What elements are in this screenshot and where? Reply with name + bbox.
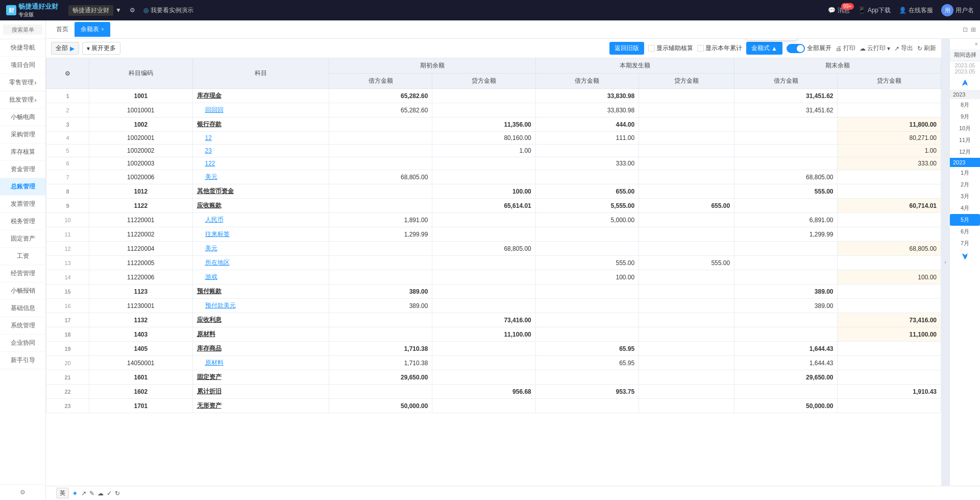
month-8[interactable]: 8月 <box>950 99 980 111</box>
row-subject[interactable]: 预付账款 <box>192 284 329 299</box>
lang-btn[interactable]: 英 <box>56 488 69 498</box>
row-cb_d <box>734 117 838 132</box>
sidebar-item-system[interactable]: 系统管理 <box>0 317 45 335</box>
sidebar-item-cooperation[interactable]: 企业协同 <box>0 335 45 352</box>
print-btn[interactable]: 🖨 打印 <box>836 44 855 53</box>
month-9[interactable]: 9月 <box>950 111 980 123</box>
online-service-btn[interactable]: 👤 在线客服 <box>899 6 933 15</box>
row-subject[interactable]: 应收利息 <box>192 313 329 327</box>
message-btn[interactable]: 💬 消息 99+ <box>828 6 850 15</box>
app-download-btn[interactable]: 📱 App下载 <box>858 6 891 15</box>
row-cb_d <box>734 385 838 399</box>
app-dropdown[interactable]: 畅捷通好业财 ▼ <box>68 5 121 16</box>
right-sidebar-close-btn[interactable]: × <box>950 39 980 49</box>
row-num: 23 <box>46 399 89 413</box>
all-filter-btn[interactable]: 全部 ▶ <box>51 42 79 55</box>
right-sidebar-collapse-btn[interactable]: ‹ <box>941 39 949 486</box>
sidebar-item-ecommerce[interactable]: 小畅电商 <box>0 109 45 126</box>
month-3[interactable]: 3月 <box>950 191 980 202</box>
jin-e-btn[interactable]: 金额式 ▲ <box>746 42 782 55</box>
full-expand-label: 全部展开 <box>807 44 831 53</box>
bottom-icon-5[interactable]: ✓ <box>107 490 112 497</box>
sidebar-item-invoice[interactable]: 发票管理 <box>0 196 45 213</box>
sidebar-item-ops[interactable]: 经营管理 <box>0 265 45 282</box>
sidebar-item-guide[interactable]: 新手引导 <box>0 352 45 369</box>
row-subject[interactable]: 库存商品 <box>192 342 329 356</box>
th-settings[interactable]: ⚙ <box>46 58 89 89</box>
tab-balance[interactable]: 余额表 × <box>75 22 110 37</box>
bottom-icon-2[interactable]: ↗ <box>81 490 86 497</box>
month-7[interactable]: 7月 <box>950 237 980 249</box>
bottom-icon-4[interactable]: ☁ <box>97 490 104 497</box>
sidebar-item-inventory[interactable]: 库存核算 <box>0 144 45 161</box>
row-subject[interactable]: 应收账款 <box>192 199 329 213</box>
sidebar-item-retail[interactable]: 零售管理› <box>0 74 45 91</box>
row-pc <box>639 170 734 184</box>
yearly-checkbox-box[interactable] <box>697 45 704 52</box>
sidebar-item-purchase[interactable]: 采购管理 <box>0 126 45 144</box>
tab-maximize-icon[interactable]: ⊞ <box>971 26 976 33</box>
row-subject[interactable]: 固定资产 <box>192 370 329 385</box>
row-ob_c <box>432 299 535 313</box>
expand-switch[interactable] <box>787 44 805 53</box>
row-subject[interactable]: 累计折旧 <box>192 385 329 399</box>
dropdown-qty-foreign[interactable]: 数量外币式 <box>747 39 797 40</box>
month-6[interactable]: 6月 <box>950 226 980 237</box>
row-pd: 655.00 <box>535 184 639 199</box>
auxiliary-checkbox-box[interactable] <box>648 45 655 52</box>
sidebar-item-basic[interactable]: 基础信息 <box>0 300 45 317</box>
row-subject[interactable]: 原材料 <box>192 327 329 342</box>
bottom-icon-3[interactable]: ✎ <box>89 490 94 497</box>
filter-arrow-icon[interactable]: ▶ <box>70 45 75 52</box>
month-5-current[interactable]: 5月 <box>950 214 980 226</box>
settings-gear-icon[interactable]: ⚙ <box>130 7 135 14</box>
row-pd: 33,830.98 <box>535 103 639 117</box>
prev-nav-btn[interactable]: ⮝ <box>959 77 972 89</box>
back-old-version-btn[interactable]: 返回旧版 <box>609 42 644 55</box>
row-subject[interactable]: 其他货币资金 <box>192 184 329 199</box>
month-1[interactable]: 1月 <box>950 167 980 179</box>
sidebar-item-wholesale[interactable]: 批发管理› <box>0 91 45 109</box>
row-ob_c <box>432 342 535 356</box>
sidebar-item-ledger[interactable]: 总账管理 <box>0 178 45 196</box>
sidebar-item-quick-nav[interactable]: 快捷导航 <box>0 39 45 57</box>
expand-more-btn[interactable]: ▾ 展开更多 <box>82 42 120 55</box>
next-nav-btn[interactable]: ⮟ <box>959 250 972 263</box>
table-row: 210010001回回回65,282.6033,830.9831,451.62 <box>46 103 941 117</box>
user-avatar[interactable]: 用 用户名 <box>941 4 974 16</box>
search-input[interactable] <box>3 25 42 35</box>
sidebar-settings-btn[interactable]: ⚙ <box>0 484 45 500</box>
sidebar-item-project[interactable]: 项目合同 <box>0 57 45 74</box>
month-12[interactable]: 12月 <box>950 146 980 158</box>
refresh-btn[interactable]: ↻ 刷新 <box>917 44 936 53</box>
sidebar-item-fixed-asset[interactable]: 固定资产 <box>0 230 45 248</box>
tab-home[interactable]: 首页 <box>50 22 75 37</box>
row-subject[interactable]: 库存现金 <box>192 89 329 103</box>
export-btn[interactable]: ↗ 导出 <box>894 44 913 53</box>
cloud-print-btn[interactable]: ☁ 云打印 ▾ <box>860 44 890 53</box>
row-subject[interactable]: 银行存款 <box>192 117 329 132</box>
row-ob_c: 1.00 <box>432 145 535 157</box>
month-10[interactable]: 10月 <box>950 123 980 134</box>
month-11[interactable]: 11月 <box>950 134 980 146</box>
row-subject: 预付款美元 <box>192 299 329 313</box>
sidebar-item-sales[interactable]: 小畅报销 <box>0 282 45 300</box>
tab-close-icon[interactable]: × <box>101 27 104 32</box>
month-4[interactable]: 4月 <box>950 202 980 214</box>
row-cb_d <box>734 313 838 327</box>
service-icon: 👤 <box>899 7 906 14</box>
bottom-icon-1[interactable]: ✦ <box>72 489 78 497</box>
sidebar-item-capital[interactable]: 资金管理 <box>0 161 45 178</box>
tab-minimize-icon[interactable]: ⊡ <box>963 26 968 33</box>
show-auxiliary-checkbox[interactable]: 显示辅助核算 <box>648 44 693 53</box>
row-cb_c <box>838 342 941 356</box>
demo-link[interactable]: 我要看实例演示 <box>143 6 193 15</box>
row-subject[interactable]: 无形资产 <box>192 399 329 413</box>
bottom-icon-6[interactable]: ↻ <box>115 490 120 497</box>
sidebar-item-salary[interactable]: 工资 <box>0 248 45 265</box>
right-sidebar-header: 期间选择 <box>950 49 980 61</box>
sidebar-item-tax[interactable]: 税务管理 <box>0 213 45 230</box>
row-code: 10020006 <box>89 170 192 184</box>
show-yearly-checkbox[interactable]: 显示本年累计 <box>697 44 742 53</box>
month-2[interactable]: 2月 <box>950 179 980 191</box>
